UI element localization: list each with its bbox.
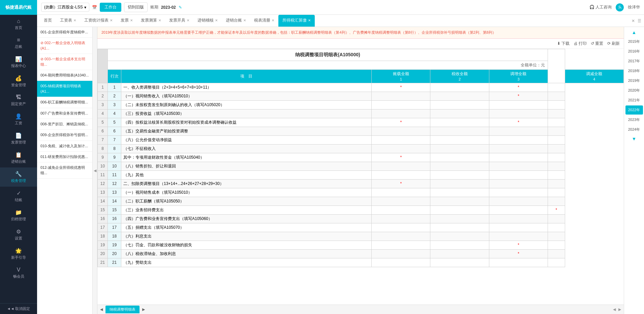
sidebar-item-home[interactable]: ⌂ 首页 [0, 15, 37, 34]
close-tab-salary[interactable]: ✕ [73, 19, 76, 22]
table-row: 77（六）公允价值变动净损益 [98, 135, 624, 144]
close-tab-ledger[interactable]: ✕ [243, 19, 246, 22]
company-selector[interactable]: (勿删）江西股金-LSS ▾ [41, 3, 89, 12]
left-item-2[interactable]: 003-一般企业成本支出明细... [37, 54, 92, 70]
table-row: 11一、收入类调整项目（2+3+4+5+6+7+8+10+11）** [98, 83, 624, 92]
tab-invoice-open[interactable]: 发票开具 ✕ [165, 15, 193, 27]
refresh-button[interactable]: ⟳ 刷新 [607, 41, 620, 46]
download-icon: ⬇ [557, 41, 560, 46]
sidebar-item-tax[interactable]: 🔧 税务管理 [0, 167, 37, 187]
menu-icon[interactable]: ☰ [638, 19, 641, 23]
download-button[interactable]: ⬇ 下载 [557, 41, 570, 46]
sidebar-item-ledger[interactable]: ≡ 总账 [0, 34, 37, 53]
user-avatar[interactable]: 头 [616, 3, 624, 11]
left-item-11[interactable]: 012-减免企业所得税优惠明细... [37, 162, 92, 179]
tab-invoice[interactable]: 发票 ✕ [117, 15, 137, 27]
close-tab-tax-list[interactable]: ✕ [272, 19, 274, 22]
year-2024[interactable]: 2024年 [625, 125, 643, 134]
year-2019[interactable]: 2019年 [625, 76, 643, 85]
col-rownum [98, 49, 108, 83]
left-item-9[interactable]: 010-免税、减计收入及加计... [37, 141, 92, 152]
topbar: (勿删）江西股金-LSS ▾ 📅 工作台 切到旧版 账期 2023-02 ✎ 🎧… [37, 0, 644, 15]
tab-ledger[interactable]: 进销台账 ✕ [222, 15, 250, 27]
left-item-1[interactable]: 002-一般企业收入明细表(A1... [37, 38, 92, 54]
table-row: 2020（八）税收滞纳金、加收利息* [98, 249, 624, 258]
invoice-icon: 📄 [15, 132, 22, 139]
year-2020[interactable]: 2020年 [625, 86, 643, 95]
sidebar-item-invoice[interactable]: 📄 发票管理 [0, 129, 37, 148]
tab-salary-report[interactable]: 工资统计报表 ✕ [80, 15, 117, 27]
left-item-6[interactable]: 007-广告费和业务宣传费明... [37, 108, 92, 119]
tab-home[interactable]: 首页 [40, 15, 56, 27]
sidebar-item-guide[interactable]: 🌟 新手引导 [0, 244, 37, 263]
sidebar-item-assets[interactable]: 🏗 固定资产 [0, 91, 37, 110]
table-nav: ◀ ▶ [613, 307, 621, 312]
scroll-right-icon[interactable]: ▶ [142, 307, 145, 312]
left-item-7[interactable]: 008-资产折旧、摊销及纳税... [37, 119, 92, 130]
chevron-down-icon: ▾ [84, 5, 86, 10]
left-item-5[interactable]: 006-职工薪酬纳税调整明细... [37, 97, 92, 108]
sidebar-item-close[interactable]: ✓ 结账 [0, 187, 37, 206]
sidebar-item-archive[interactable]: 📁 归档管理 [0, 206, 37, 225]
reset-button[interactable]: ↺ 重置 [591, 41, 603, 46]
close-tab-invoice-open[interactable]: ✕ [187, 19, 189, 22]
table-scroll-right[interactable]: ▶ [618, 307, 621, 312]
sidebar-unpin[interactable]: ◄◄ 取消固定 [0, 303, 37, 314]
table-row: 44（三）投资收益（填写A105030） [98, 109, 624, 118]
tab-check[interactable]: 进销稽核 ✕ [193, 15, 222, 27]
year-up-arrow[interactable]: ▲ [631, 28, 638, 36]
table-row: 1616（四）广告费和业务宣传费支出（填写A105060） [98, 214, 624, 223]
close-all-icon[interactable]: ✕ [632, 19, 635, 23]
refresh-icon: ⟳ [607, 41, 611, 46]
close-tab-invoice[interactable]: ✕ [130, 19, 133, 22]
tab-tax-list[interactable]: 税表清册 ✕ [250, 15, 278, 27]
bottom-tab-main[interactable]: 纳税调整明细表 [105, 306, 140, 313]
table-row: 55（四）按权益法核算长期股权投资对初始投资成本调整确认收益** [98, 118, 624, 127]
left-item-3[interactable]: 004-期间费用明细表(A1040... [37, 70, 92, 81]
sidebar-item-salary[interactable]: 👤 工资 [0, 110, 37, 129]
sidebar-item-finance[interactable]: 💰 资金管理 [0, 72, 37, 91]
year-2023[interactable]: 2023年 [625, 115, 643, 124]
sidebar-item-settings[interactable]: ⚙ 设置 [0, 225, 37, 244]
year-down-arrow[interactable]: ▼ [631, 135, 638, 143]
left-item-4[interactable]: 005-纳税调整项目明细表(A1... [37, 81, 92, 97]
th-hang: 行次 [108, 69, 121, 83]
sidebar-item-sales[interactable]: 📋 进销台账 [0, 148, 37, 167]
close-tab-check[interactable]: ✕ [215, 19, 218, 22]
period-edit-icon[interactable]: ✎ [179, 5, 182, 10]
year-2021[interactable]: 2021年 [625, 96, 643, 105]
sidebar-item-reports[interactable]: 📊 报表中心 [0, 53, 37, 72]
close-tab-salary-report[interactable]: ✕ [110, 19, 113, 22]
sidebar-label-archive: 归档管理 [11, 217, 26, 222]
table-area: 2019年度涉及取以前年度继续数据的申报表单元格需要手工维护正确，才能保证本年及… [97, 27, 624, 314]
left-item-10[interactable]: 011-研发费用加计扣除优惠... [37, 152, 92, 162]
print-button[interactable]: 🖨 打印 [574, 41, 587, 46]
year-2016[interactable]: 2016年 [625, 47, 643, 56]
close-tab-tax-calc[interactable]: ✕ [308, 19, 311, 22]
workspace-button[interactable]: 工作台 [100, 3, 121, 12]
table-row: 1515（三）业务招待费支出* [98, 206, 624, 214]
switch-old-button[interactable]: 切到旧版 [124, 2, 148, 12]
right-year-panel: ▲ 2015年 2016年 2017年 2018年 2019年 2020年 20… [624, 27, 644, 314]
collapse-panel-btn[interactable]: ◀ [93, 27, 97, 314]
left-item-8[interactable]: 009-企业所得税弥补亏损明... [37, 130, 92, 140]
table-row: 1717（五）捐赠支出（填写A105070） [98, 223, 624, 232]
guide-icon: 🌟 [15, 248, 22, 254]
year-2018[interactable]: 2018年 [625, 66, 643, 75]
year-2017[interactable]: 2017年 [625, 57, 643, 66]
home-icon: ⌂ [17, 18, 20, 24]
sidebar-label-ledger: 总账 [15, 44, 22, 49]
close-tab-invoice-calc[interactable]: ✕ [158, 19, 161, 22]
tab-salary[interactable]: 工资表 ✕ [56, 15, 80, 27]
year-2022[interactable]: 2022年 [625, 105, 643, 115]
sidebar-item-member[interactable]: V 畅会员 [0, 263, 37, 282]
bottom-tabs: ◀ 纳税调整明细表 ▶ ◀ ▶ [97, 305, 624, 314]
period-label: 账期 [150, 4, 158, 10]
table-scroll-left[interactable]: ◀ [613, 307, 616, 312]
scroll-left-icon[interactable]: ◀ [100, 307, 103, 312]
tab-tax-calc[interactable]: 所得税汇算缴 ✕ [278, 15, 315, 27]
year-2015[interactable]: 2015年 [625, 37, 643, 46]
left-item-0[interactable]: 001-企业所得税年度纳税申... [37, 27, 92, 38]
tab-invoice-calc[interactable]: 发票测算 ✕ [137, 15, 165, 27]
service-label[interactable]: 🎧 人工咨询 [589, 4, 612, 10]
